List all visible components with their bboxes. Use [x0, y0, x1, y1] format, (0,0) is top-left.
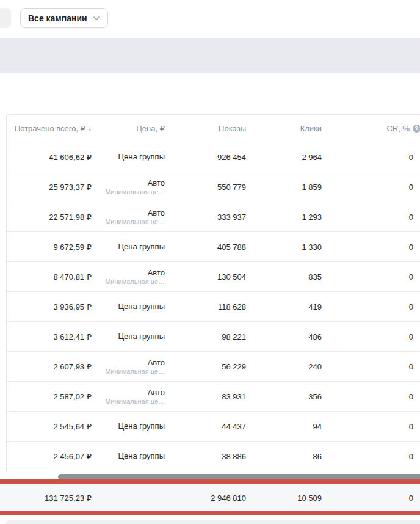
spent-cell: 8 470,81 ₽	[7, 262, 92, 291]
price-cell: Авто Минимальная це…	[92, 172, 165, 202]
table-row[interactable]: 3 612,41 ₽ Цена группы 98 221 486 0	[7, 322, 420, 352]
clicks-cell: 356	[246, 382, 322, 411]
cr-cell: 0	[322, 172, 413, 202]
impressions-cell: 118 628	[165, 292, 246, 321]
totals-clicks: 10 509	[246, 493, 322, 503]
statistics-table: Потрачено всего, ₽ ↓ Цена, ₽ Показы Клик…	[6, 114, 420, 471]
spent-cell: 2 456,07 ₽	[7, 442, 92, 471]
table-row[interactable]: 3 936,95 ₽ Цена группы 118 628 419 0	[7, 292, 420, 322]
header-cr[interactable]: CR, % ?	[322, 115, 413, 142]
price-cell: Авто Минимальная це…	[92, 382, 165, 411]
cr-cell: 0	[322, 322, 413, 351]
table-row[interactable]: 2 456,07 ₽ Цена группы 38 886 86 0	[7, 442, 420, 471]
table-header-row: Потрачено всего, ₽ ↓ Цена, ₽ Показы Клик…	[7, 115, 420, 142]
header-price[interactable]: Цена, ₽	[92, 115, 165, 142]
table-row[interactable]: 41 606,62 ₽ Цена группы 926 454 2 964 0	[7, 142, 420, 172]
clicks-cell: 1 293	[246, 202, 322, 231]
toolbar-partial-button[interactable]	[0, 8, 11, 28]
price-main: Авто	[148, 208, 165, 218]
price-cell: Цена группы	[92, 292, 165, 321]
header-clicks[interactable]: Клики	[246, 115, 322, 142]
spent-cell: 2 587,02 ₽	[7, 382, 92, 411]
filters-panel-band	[0, 38, 420, 73]
spent-cell: 2 545,64 ₽	[7, 412, 92, 441]
price-cell: Авто Минимальная це…	[92, 352, 165, 381]
impressions-cell: 926 454	[165, 142, 246, 172]
price-main: Цена группы	[118, 451, 165, 461]
price-sub: Минимальная це…	[105, 398, 165, 406]
totals-impressions: 2 946 810	[165, 493, 246, 503]
impressions-cell: 405 788	[165, 232, 246, 261]
spent-cell: 3 936,95 ₽	[7, 292, 92, 321]
header-spent-label: Потрачено всего, ₽	[15, 124, 85, 133]
impressions-cell: 56 229	[165, 352, 246, 381]
impressions-cell: 333 937	[165, 202, 246, 231]
spent-cell: 2 607,93 ₽	[7, 352, 92, 381]
table-row[interactable]: 22 571,98 ₽ Авто Минимальная це… 333 937…	[7, 202, 420, 232]
price-main: Авто	[148, 388, 165, 398]
table-row[interactable]: 2 587,02 ₽ Авто Минимальная це… 83 931 3…	[7, 382, 420, 412]
table-row[interactable]: 8 470,81 ₽ Авто Минимальная це… 130 504 …	[7, 262, 420, 292]
table-row[interactable]: 9 672,59 ₽ Цена группы 405 788 1 330 0	[7, 232, 420, 262]
chevron-down-icon	[93, 15, 100, 22]
clicks-cell: 94	[246, 412, 322, 441]
impressions-cell: 98 221	[165, 322, 246, 351]
cr-cell: 0	[322, 202, 413, 231]
price-main: Цена группы	[118, 302, 165, 311]
clicks-cell: 419	[246, 292, 322, 321]
header-spent[interactable]: Потрачено всего, ₽ ↓	[7, 115, 92, 142]
impressions-cell: 38 886	[165, 442, 246, 471]
clicks-cell: 1 859	[246, 172, 322, 202]
price-main: Цена группы	[118, 421, 165, 431]
impressions-cell: 130 504	[165, 262, 246, 291]
price-main: Авто	[148, 268, 165, 278]
price-main: Цена группы	[118, 152, 165, 162]
price-cell: Цена группы	[92, 442, 165, 471]
price-cell: Авто Минимальная це…	[92, 202, 165, 231]
horizontal-scrollbar[interactable]	[58, 474, 420, 480]
totals-cr: 0	[322, 493, 413, 503]
campaigns-filter-button[interactable]: Все кампании	[20, 8, 108, 28]
spent-cell: 9 672,59 ₽	[7, 232, 92, 261]
impressions-cell: 550 779	[165, 172, 246, 202]
clicks-cell: 2 964	[246, 142, 322, 172]
price-sub: Минимальная це…	[105, 368, 165, 376]
table-row[interactable]: 25 973,37 ₽ Авто Минимальная це… 550 779…	[7, 172, 420, 202]
price-sub: Минимальная це…	[105, 188, 165, 196]
spent-cell: 41 606,62 ₽	[7, 142, 92, 172]
cr-cell: 0	[322, 382, 413, 411]
cr-cell: 0	[322, 352, 413, 381]
header-clicks-label: Клики	[300, 124, 322, 133]
cr-cell: 0	[322, 412, 413, 441]
clicks-cell: 240	[246, 352, 322, 381]
price-cell: Цена группы	[92, 232, 165, 261]
price-sub: Минимальная це…	[105, 278, 165, 286]
impressions-cell: 44 437	[165, 412, 246, 441]
table-row[interactable]: 2 607,93 ₽ Авто Минимальная це… 56 229 2…	[7, 352, 420, 382]
spent-cell: 22 571,98 ₽	[7, 202, 92, 231]
price-cell: Цена группы	[92, 142, 165, 172]
totals-spent: 131 725,23 ₽	[7, 493, 92, 503]
clicks-cell: 86	[246, 442, 322, 471]
price-main: Авто	[148, 358, 165, 368]
price-cell: Авто Минимальная це…	[92, 262, 165, 291]
cr-cell: 0	[322, 232, 413, 261]
price-sub: Минимальная це…	[105, 218, 165, 226]
header-impressions[interactable]: Показы	[165, 115, 246, 142]
clicks-cell: 1 330	[246, 232, 322, 261]
help-icon[interactable]: ?	[413, 125, 420, 133]
price-main: Цена группы	[118, 332, 165, 341]
header-impressions-label: Показы	[219, 124, 246, 133]
clicks-cell: 486	[246, 322, 322, 351]
cr-cell: 0	[322, 142, 413, 172]
cr-cell: 0	[322, 292, 413, 321]
cr-cell: 0	[322, 262, 413, 291]
clicks-cell: 835	[246, 262, 322, 291]
price-main: Авто	[148, 178, 165, 188]
campaigns-filter-label: Все кампании	[28, 13, 87, 23]
table-row[interactable]: 2 545,64 ₽ Цена группы 44 437 94 0	[7, 412, 420, 442]
bottom-panel-edge	[5, 520, 420, 524]
price-cell: Цена группы	[92, 412, 165, 441]
price-cell: Цена группы	[92, 322, 165, 351]
ads-statistics-page: Все кампании Потрачено всего, ₽ ↓ Цена, …	[0, 0, 420, 524]
